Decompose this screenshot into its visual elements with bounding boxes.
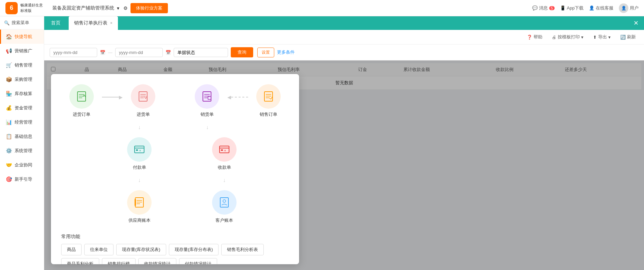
func-btn-receipt-stat[interactable]: 收款情况统计 [138, 258, 176, 264]
sales-bill-label: 销货单 [201, 111, 214, 118]
customer-ledger-label: 客户账本 [215, 217, 233, 223]
svg-point-31 [223, 200, 226, 202]
sidebar-item-label-operations: 经营管理 [15, 119, 32, 125]
sidebar-item-system[interactable]: ⚙️ 系统管理 [0, 144, 44, 158]
purchase-bill-icon [131, 84, 155, 109]
func-btn-partner[interactable]: 往来单位 [84, 244, 114, 255]
svg-rect-0 [77, 92, 86, 101]
calendar-icon[interactable]: 📅 [100, 50, 105, 55]
basic-icon: 📋 [6, 133, 12, 140]
guide-icon: 🎯 [6, 176, 12, 182]
query-button[interactable]: 查询 [231, 47, 253, 57]
sidebar-item-guide[interactable]: 🎯 新手引导 [0, 172, 44, 186]
node-customer-ledger: 客户账本 [204, 190, 245, 223]
node-supplier-ledger: 供应商账本 [119, 190, 160, 223]
logo-text: 畅康通好生意 标准版 [20, 3, 43, 13]
sidebar-item-label-guide: 新手引导 [15, 176, 32, 182]
export-button[interactable]: ⬆ 导出 ▾ [590, 33, 613, 41]
message-badge: 5 [549, 6, 555, 10]
refresh-button[interactable]: 🔄 刷新 [617, 33, 639, 41]
help-icon: ❓ [527, 35, 532, 40]
sidebar-item-sales[interactable]: 🛒 销售管理 [0, 58, 44, 72]
sidebar-item-label-basic: 基础信息 [15, 133, 32, 140]
down-arrow-sales: ↓ [187, 124, 228, 130]
arrow-2: ◀ [227, 94, 248, 100]
func-btn-goods[interactable]: 商品 [61, 244, 82, 255]
node-sales-bill: 销货单 [187, 84, 227, 118]
finance-icon: 💰 [6, 105, 12, 111]
sidebar-item-operations[interactable]: 📊 经营管理 [0, 115, 44, 129]
func-btn-payment-stat[interactable]: 付款情况统计 [179, 258, 217, 264]
logo-area: 6 畅康通好生意 标准版 [5, 2, 50, 14]
sales-order-label: 销售订单 [260, 111, 277, 118]
purchase-order-label: 进货订单 [73, 111, 90, 118]
window-close-button[interactable]: ✕ [633, 19, 639, 27]
tab-home[interactable]: 首页 [44, 16, 67, 30]
sidebar-search[interactable]: 🔍 搜索菜单 [0, 16, 44, 30]
payment-in-icon: ¥ [212, 137, 237, 162]
app-download-button[interactable]: 📱 App下载 [560, 5, 584, 11]
message-label: 消息 [539, 5, 548, 11]
calendar-icon2[interactable]: 📅 [166, 50, 171, 55]
func-btn-sales-rank[interactable]: 销售排行榜 [102, 258, 136, 264]
sales-icon: 🛒 [6, 62, 12, 68]
template-print-button[interactable]: 🖨 按模板打印 ▾ [549, 33, 586, 41]
date-from-input[interactable] [50, 48, 97, 57]
more-conditions-link[interactable]: 更多条件 [277, 49, 295, 55]
dropdown-icon[interactable]: ▾ [117, 5, 119, 11]
gear-icon[interactable]: ⚙ [123, 5, 128, 11]
arrow-1: ▶ [102, 94, 123, 100]
func-btn-goods-profit[interactable]: 商品毛利分析 [61, 258, 99, 264]
date-to-input[interactable] [115, 48, 163, 57]
purchase-order-icon [69, 84, 94, 109]
modal-overlay: 进货订单 ▶ [44, 60, 644, 270]
sidebar-item-marketing[interactable]: 📢 营销推广 [0, 44, 44, 58]
online-service-button[interactable]: 👤 在线客服 [589, 5, 613, 11]
download-icon: 📱 [560, 5, 565, 11]
sidebar-item-finance[interactable]: 💰 资金管理 [0, 101, 44, 115]
down-arrow-payment-out: ↓ [119, 177, 160, 183]
top-right: 💬 消息 5 📱 App下载 👤 在线客服 👤 用户 [532, 3, 639, 13]
template-print-label: 按模板打印 [558, 34, 580, 40]
search-icon: 🔍 [4, 20, 10, 25]
toolbar: ❓ 帮助 🖨 按模板打印 ▾ ⬆ 导出 ▾ 🔄 刷新 [44, 30, 644, 44]
search-row: 📅 — 📅 单据状态 查询 设置 更多条件 [44, 44, 644, 60]
func-btn-stock-status[interactable]: 现存量(库存状况表) [116, 244, 166, 255]
sidebar-item-inventory[interactable]: 🏪 库存核算 [0, 87, 44, 101]
svg-rect-12 [208, 96, 211, 100]
trial-button[interactable]: 体验行业方案 [130, 3, 168, 13]
sidebar-item-basic[interactable]: 📋 基础信息 [0, 129, 44, 144]
svg-text:¥: ¥ [224, 149, 226, 152]
refresh-icon: 🔄 [620, 35, 626, 40]
tab-sales-order[interactable]: 销售订单执行表 × [69, 16, 118, 30]
content-area: 首页 销售订单执行表 × ✕ ❓ 帮助 🖨 按模板打印 [44, 16, 644, 270]
user-menu[interactable]: 👤 用户 [619, 3, 639, 13]
sidebar-item-enterprise[interactable]: 🤝 企业协同 [0, 158, 44, 172]
help-button[interactable]: ❓ 帮助 [524, 33, 545, 41]
modal-dialog: 进货订单 ▶ [51, 74, 299, 264]
svg-text:¥: ¥ [139, 149, 141, 152]
payment-out-label: 付款单 [133, 164, 146, 170]
func-grid: 商品 往来单位 现存量(库存状况表) 现存量(库存分布表) 销售毛利分析表 商品… [61, 244, 289, 264]
purchase-bill-label: 进货单 [137, 111, 150, 118]
sidebar-item-label-purchase: 采购管理 [15, 76, 32, 83]
page-content: 品 商品 金额 预估毛利 预估毛利率 订金 累计收款金额 收款比例 还差多少天 [44, 60, 644, 270]
status-select[interactable]: 单据状态 [174, 48, 228, 57]
flow-row-3: 供应商账本 客户账本 [61, 190, 289, 223]
func-btn-stock-dist[interactable]: 现存量(库存分布表) [169, 244, 219, 255]
print-icon: 🖨 [552, 35, 556, 40]
svg-rect-4 [139, 92, 147, 101]
service-icon: 👤 [589, 5, 594, 11]
sidebar-item-purchase[interactable]: 📦 采购管理 [0, 72, 44, 87]
tab-close-icon[interactable]: × [110, 21, 112, 25]
set-button[interactable]: 设置 [257, 48, 274, 57]
down-arrow-payment-in: ↓ [204, 177, 245, 183]
node-purchase-bill: 进货单 [123, 84, 163, 118]
enterprise-icon: 🤝 [6, 162, 12, 168]
help-label: 帮助 [534, 34, 542, 40]
func-btn-sales-profit[interactable]: 销售毛利分析表 [221, 244, 264, 255]
message-button[interactable]: 💬 消息 5 [532, 5, 555, 11]
system-name-text: 装备及固定资产辅助管理系统 [52, 5, 114, 11]
sidebar-item-quick-nav[interactable]: 🏠 快捷导航 [0, 30, 44, 44]
logo-line2: 标准版 [20, 8, 43, 13]
